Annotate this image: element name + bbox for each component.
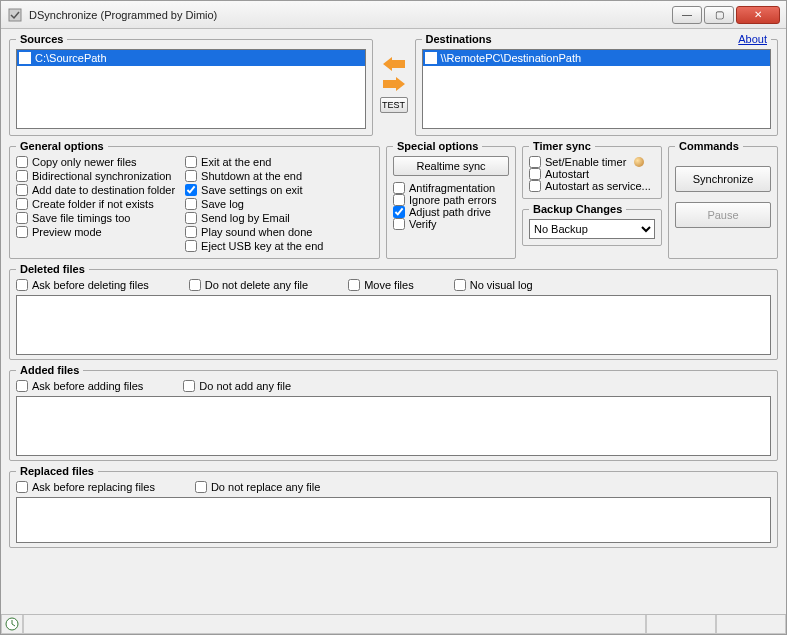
add-date-checkbox[interactable]: Add date to destination folder <box>16 184 175 196</box>
svg-marker-2 <box>383 77 405 91</box>
adjust-drive-checkbox[interactable]: Adjust path drive <box>393 206 509 218</box>
deleted-files-label: Deleted files <box>16 263 89 275</box>
replaced-files-list[interactable] <box>16 497 771 543</box>
create-folder-checkbox[interactable]: Create folder if not exists <box>16 198 175 210</box>
arrow-left-icon[interactable] <box>383 57 405 71</box>
ignore-path-checkbox[interactable]: Ignore path errors <box>393 194 509 206</box>
eject-usb-checkbox[interactable]: Eject USB key at the end <box>185 240 323 252</box>
ask-add-checkbox[interactable]: Ask before adding files <box>16 380 143 392</box>
play-sound-checkbox[interactable]: Play sound when done <box>185 226 323 238</box>
ask-delete-checkbox[interactable]: Ask before deleting files <box>16 279 149 291</box>
added-files-group: Added files Ask before adding files Do n… <box>9 364 778 461</box>
synchronize-button[interactable]: Synchronize <box>675 166 771 192</box>
save-log-checkbox[interactable]: Save log <box>185 198 323 210</box>
destination-path: \\RemotePC\DestinationPath <box>441 52 582 64</box>
timer-indicator-icon <box>634 157 644 167</box>
svg-marker-1 <box>383 57 405 71</box>
status-clock-icon <box>1 615 23 634</box>
antifrag-checkbox[interactable]: Antifragmentation <box>393 182 509 194</box>
test-button[interactable]: TEST <box>380 97 408 113</box>
set-enable-timer-checkbox[interactable]: Set/Enable timer <box>529 156 655 168</box>
do-not-delete-checkbox[interactable]: Do not delete any file <box>189 279 308 291</box>
save-settings-checkbox[interactable]: Save settings on exit <box>185 184 323 196</box>
arrow-right-icon[interactable] <box>383 77 405 91</box>
source-path: C:\SourcePath <box>35 52 107 64</box>
status-cell-1 <box>646 615 716 634</box>
replaced-files-group: Replaced files Ask before replacing file… <box>9 465 778 548</box>
bidirectional-checkbox[interactable]: Bidirectional synchronization <box>16 170 175 182</box>
commands-label: Commands <box>675 140 743 152</box>
exit-end-checkbox[interactable]: Exit at the end <box>185 156 323 168</box>
replaced-files-label: Replaced files <box>16 465 98 477</box>
deleted-files-list[interactable] <box>16 295 771 355</box>
deleted-files-group: Deleted files Ask before deleting files … <box>9 263 778 360</box>
status-bar <box>1 614 786 634</box>
added-files-list[interactable] <box>16 396 771 456</box>
window-title: DSynchronize (Programmed by Dimio) <box>29 9 670 21</box>
sources-list[interactable]: C:\SourcePath <box>16 49 366 129</box>
do-not-add-checkbox[interactable]: Do not add any file <box>183 380 291 392</box>
destinations-list[interactable]: \\RemotePC\DestinationPath <box>422 49 772 129</box>
backup-changes-label: Backup Changes <box>529 203 626 215</box>
preview-mode-checkbox[interactable]: Preview mode <box>16 226 175 238</box>
minimize-button[interactable]: — <box>672 6 702 24</box>
source-checkbox[interactable] <box>19 52 31 64</box>
destination-item[interactable]: \\RemotePC\DestinationPath <box>423 50 771 66</box>
sources-group: Sources C:\SourcePath <box>9 33 373 136</box>
close-button[interactable]: ✕ <box>736 6 780 24</box>
copy-newer-checkbox[interactable]: Copy only newer files <box>16 156 175 168</box>
verify-checkbox[interactable]: Verify <box>393 218 509 230</box>
general-options-group: General options Copy only newer files Bi… <box>9 140 380 259</box>
autostart-checkbox[interactable]: Autostart <box>529 168 655 180</box>
ask-replace-checkbox[interactable]: Ask before replacing files <box>16 481 155 493</box>
timer-sync-label: Timer sync <box>529 140 595 152</box>
backup-select[interactable]: No Backup <box>529 219 655 239</box>
status-main <box>23 615 646 634</box>
save-timings-checkbox[interactable]: Save file timings too <box>16 212 175 224</box>
destination-checkbox[interactable] <box>425 52 437 64</box>
send-log-checkbox[interactable]: Send log by Email <box>185 212 323 224</box>
pause-button[interactable]: Pause <box>675 202 771 228</box>
added-files-label: Added files <box>16 364 83 376</box>
app-icon <box>7 7 23 23</box>
titlebar: DSynchronize (Programmed by Dimio) — ▢ ✕ <box>1 1 786 29</box>
status-cell-2 <box>716 615 786 634</box>
backup-changes-group: Backup Changes No Backup <box>522 203 662 246</box>
timer-sync-group: Timer sync Set/Enable timer Autostart Au… <box>522 140 662 199</box>
sources-label: Sources <box>16 33 67 45</box>
maximize-button[interactable]: ▢ <box>704 6 734 24</box>
general-options-label: General options <box>16 140 108 152</box>
destinations-label: Destinations <box>426 33 492 45</box>
move-files-checkbox[interactable]: Move files <box>348 279 414 291</box>
realtime-sync-button[interactable]: Realtime sync <box>393 156 509 176</box>
source-item[interactable]: C:\SourcePath <box>17 50 365 66</box>
special-options-label: Special options <box>393 140 482 152</box>
destinations-group: Destinations About \\RemotePC\Destinatio… <box>415 33 779 136</box>
do-not-replace-checkbox[interactable]: Do not replace any file <box>195 481 320 493</box>
about-link[interactable]: About <box>738 33 767 45</box>
special-options-group: Special options Realtime sync Antifragme… <box>386 140 516 259</box>
commands-group: Commands Synchronize Pause <box>668 140 778 259</box>
autostart-service-checkbox[interactable]: Autostart as service... <box>529 180 655 192</box>
no-visual-log-checkbox[interactable]: No visual log <box>454 279 533 291</box>
svg-rect-0 <box>9 9 21 21</box>
shutdown-checkbox[interactable]: Shutdown at the end <box>185 170 323 182</box>
